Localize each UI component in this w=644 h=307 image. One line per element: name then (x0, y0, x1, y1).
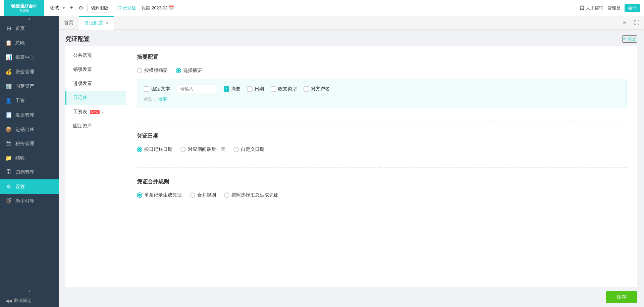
checkbox-fixed-text[interactable]: 固定文本 (144, 86, 170, 92)
page-header: 凭证配置 ↻ 刷新 (59, 30, 644, 46)
date-section: 凭证日期 按日记账日期 对应期间最后一天 (137, 133, 627, 168)
fixed-text-checkbox (144, 86, 149, 92)
period-label: 账期 2023-02 📅 (142, 5, 174, 11)
tab-home[interactable]: 首页 (59, 16, 79, 30)
sidebar-item-invoice[interactable]: 🧾 发票管理 (0, 108, 59, 122)
sidebar: ▲ ⊞ 首页 📋 总账 📊 报表中心 💰 资金管理 🏢 固定资产 (0, 16, 59, 307)
content-area: 首页 凭证配置 × × ⛶ 凭证配置 ↻ 刷新 (59, 16, 644, 307)
refresh-icon: ↻ (623, 37, 627, 42)
tabbar: 首页 凭证配置 × × ⛶ (59, 16, 644, 30)
gear-icon: ⚙ (5, 183, 12, 190)
topbar: 畅捷通好会计 专业版 测试 ▼ + ⚙ 切到旧版 🛡 已认证 账期 2023-0… (0, 0, 644, 16)
merge-radio-group: 单条记录生成凭证 合并规则 按照选择汇总生成凭证 (137, 192, 627, 198)
admin-button[interactable]: 管理员 (607, 5, 621, 11)
abstract-radio-group: 按模版摘要 选择摘要 (137, 68, 627, 74)
sidebar-item-sales[interactable]: 📦 进销台账 (0, 122, 59, 137)
accountant-button[interactable]: 会计 (625, 4, 640, 12)
radio-select-merge[interactable]: 按照选择汇总生成凭证 (224, 192, 278, 198)
left-nav-public[interactable]: 公共选项 (65, 48, 126, 62)
topbar-right: 🎧 人工咨询 管理员 会计 (579, 4, 640, 12)
app-edition: 专业版 (11, 8, 37, 12)
headset-icon: 🎧 (579, 5, 585, 10)
page-content: 凭证配置 ↻ 刷新 公共选项 销项发票 进项发票 (59, 30, 644, 307)
fixed-assets-icon: 🏢 (5, 83, 12, 89)
left-nav-purchase-invoice[interactable]: 进项发票 (65, 77, 126, 91)
radio-circle-template (137, 68, 142, 73)
radio-period-last[interactable]: 对应期间最后一天 (180, 146, 225, 152)
abstract-options-box: 固定文本 ✓ 摘要 日期 (137, 79, 627, 108)
left-nav-sales-invoice[interactable]: 销项发票 (65, 62, 126, 77)
left-nav: 公共选项 销项发票 进项发票 日记账 工资表 NEW ∨ (65, 46, 126, 287)
radio-custom-date[interactable]: 自定义日期 (233, 146, 264, 152)
archive-icon: 🗄 (5, 169, 12, 175)
app-name: 畅捷通好会计 (11, 3, 37, 9)
radio-circle-single (137, 192, 142, 198)
fixed-text-input[interactable] (177, 85, 217, 93)
abstract-section: 摘要配置 按模版摘要 选择摘要 (137, 54, 627, 122)
sidebar-item-tax[interactable]: 🏛 税务管理 (0, 137, 59, 151)
sidebar-item-guide[interactable]: 🎬 新手引导 (0, 194, 59, 208)
right-content: 摘要配置 按模版摘要 选择摘要 (126, 46, 637, 287)
old-version-button[interactable]: 切到旧版 (87, 4, 112, 12)
sidebar-scroll: ⊞ 首页 📋 总账 📊 报表中心 💰 资金管理 🏢 固定资产 👤 工资 (0, 21, 59, 289)
sidebar-item-home[interactable]: ⊞ 首页 (0, 21, 59, 36)
checkbox-date[interactable]: 日期 (247, 86, 264, 92)
settings-icon[interactable]: ⚙ (78, 5, 83, 11)
cancel-fixed-button[interactable]: ◀◀ 取消固定 (0, 294, 59, 307)
save-button[interactable]: 保存 (606, 291, 637, 303)
logo: 畅捷通好会计 专业版 (4, 0, 44, 16)
page-title: 凭证配置 (65, 35, 90, 43)
refresh-button[interactable]: ↻ 刷新 (622, 35, 637, 43)
tab-close-button[interactable]: × (106, 21, 108, 26)
sidebar-item-report[interactable]: 📊 报表中心 (0, 50, 59, 64)
tab-voucher-config[interactable]: 凭证配置 × (79, 16, 114, 30)
radio-circle-journal-date (137, 147, 142, 152)
radio-journal-date[interactable]: 按日记账日期 (137, 146, 172, 152)
sidebar-item-settings[interactable]: ⚙ 设置 (0, 179, 59, 194)
sidebar-item-ledger[interactable]: 📋 总账 (0, 36, 59, 50)
close-window-button[interactable]: × (620, 18, 629, 28)
consult-button[interactable]: 🎧 人工咨询 (579, 5, 603, 11)
certified-badge: 🛡 已认证 (117, 5, 136, 11)
sidebar-item-funds[interactable]: 💰 资金管理 (0, 64, 59, 79)
main-layout: ▲ ⊞ 首页 📋 总账 📊 报表中心 💰 资金管理 🏢 固定资产 (0, 16, 644, 307)
radio-select-abstract[interactable]: 选择摘要 (176, 68, 202, 74)
page-body: 公共选项 销项发票 进项发票 日记账 工资表 NEW ∨ (59, 46, 644, 287)
radio-merge-rule[interactable]: 合并规则 (190, 192, 216, 198)
sidebar-bottom: ◀◀ 取消固定 (0, 294, 59, 307)
checkbox-abstract[interactable]: ✓ 摘要 (224, 86, 240, 92)
checkbox-counterparty[interactable]: 对方户名 (304, 86, 330, 92)
radio-single[interactable]: 单条记录生成凭证 (137, 192, 182, 198)
home-icon: ⊞ (5, 25, 12, 32)
salary-icon: 👤 (5, 97, 12, 104)
pin-icon: ◀◀ (5, 298, 12, 303)
income-type-checkbox (271, 86, 276, 92)
sidebar-item-archive[interactable]: 🗄 归档管理 (0, 165, 59, 179)
expand-button[interactable]: ⛶ (632, 18, 641, 28)
radio-circle-merge-rule (190, 192, 195, 198)
radio-circle-select-merge (224, 192, 229, 198)
calendar-icon[interactable]: 📅 (169, 5, 174, 10)
radio-template-abstract[interactable]: 按模版摘要 (137, 68, 168, 74)
close-accounts-icon: 📁 (5, 155, 12, 161)
left-nav-journal[interactable]: 日记账 (65, 91, 126, 105)
tax-icon: 🏛 (5, 141, 12, 147)
sidebar-item-salary[interactable]: 👤 工资 (0, 93, 59, 108)
left-nav-fixed-assets[interactable]: 固定资产 (65, 119, 126, 133)
left-nav-payroll[interactable]: 工资表 NEW ∨ (65, 105, 126, 119)
project-dropdown-icon[interactable]: ▼ (62, 6, 66, 10)
invoice-icon: 🧾 (5, 112, 12, 118)
report-icon: 📊 (5, 54, 12, 60)
sales-icon: 📦 (5, 126, 12, 133)
add-button[interactable]: + (70, 4, 73, 11)
sidebar-item-close[interactable]: 📁 结账 (0, 151, 59, 165)
sidebar-item-fixed-assets[interactable]: 🏢 固定资产 (0, 79, 59, 93)
merge-section-title: 凭证合并规则 (137, 178, 627, 185)
sidebar-scroll-down[interactable]: ▼ (0, 289, 59, 294)
funds-icon: 💰 (5, 69, 12, 75)
payroll-expand-icon[interactable]: ∨ (101, 109, 104, 114)
sidebar-scroll-up[interactable]: ▲ (0, 16, 59, 21)
project-name: 测试 (50, 5, 59, 11)
checkbox-income-type[interactable]: 收支类型 (271, 86, 297, 92)
merge-section: 凭证合并规则 单条记录生成凭证 合并规则 (137, 178, 627, 213)
